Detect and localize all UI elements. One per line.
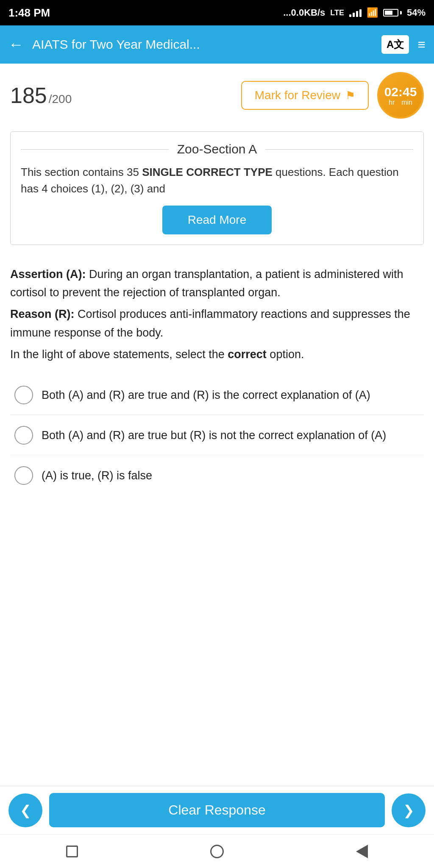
option-item-2[interactable]: Both (A) and (R) are true but (R) is not… — [10, 415, 424, 455]
back-nav-button[interactable] — [356, 845, 368, 858]
question-content: Assertion (A): During an organ transplan… — [0, 255, 434, 370]
battery-icon — [383, 9, 402, 17]
flag-icon: ⚑ — [345, 89, 355, 102]
translate-icon: A文 — [387, 38, 404, 51]
recent-apps-button[interactable] — [66, 846, 78, 857]
section-description: This section contains 35 SINGLE CORRECT … — [21, 164, 413, 197]
lte-icon: LTE — [330, 8, 344, 17]
clear-response-button[interactable]: Clear Response — [49, 793, 385, 827]
timer-minutes: 45 — [403, 85, 417, 99]
option-text-1: Both (A) and (R) are true and (R) is the… — [42, 385, 370, 404]
status-time: 1:48 PM — [8, 6, 50, 19]
next-button[interactable]: ❯ — [392, 793, 426, 827]
translate-button[interactable]: A文 — [381, 35, 409, 54]
square-icon — [66, 846, 78, 857]
question-header: 185 /200 Mark for Review ⚑ 02:45 hr min — [0, 64, 434, 127]
option-item-1[interactable]: Both (A) and (R) are true and (R) is the… — [10, 375, 424, 415]
status-bar: 1:48 PM ...0.0KB/s LTE 📶 54% — [0, 0, 434, 25]
question-number: 185 — [10, 83, 47, 108]
wifi-icon: 📶 — [367, 7, 378, 18]
instruction-end: option. — [267, 348, 304, 361]
triangle-icon — [356, 845, 368, 858]
question-number-row: 185 /200 — [10, 83, 72, 108]
instruction-paragraph: In the light of above statements, select… — [10, 345, 424, 364]
read-more-button[interactable]: Read More — [162, 206, 272, 234]
mark-review-button[interactable]: Mark for Review ⚑ — [241, 81, 369, 110]
options-container: Both (A) and (R) are true and (R) is the… — [0, 370, 434, 499]
android-nav-bar — [0, 834, 434, 868]
nav-title: AIATS for Two Year Medical... — [32, 37, 373, 52]
timer-circle: 02:45 hr min — [377, 72, 424, 119]
bottom-bar: ❮ Clear Response ❯ — [0, 786, 434, 834]
timer-display: 02:45 — [384, 85, 417, 99]
option-item-3[interactable]: (A) is true, (R) is false — [10, 455, 424, 495]
battery-percent: 54% — [407, 7, 426, 18]
prev-button[interactable]: ❮ — [8, 793, 42, 827]
top-nav: ← AIATS for Two Year Medical... A文 ≡ — [0, 25, 434, 64]
mark-review-label: Mark for Review — [255, 89, 340, 102]
assertion-paragraph: Assertion (A): During an organ transplan… — [10, 265, 424, 302]
option-text-2: Both (A) and (R) are true but (R) is not… — [42, 425, 386, 444]
menu-button[interactable]: ≡ — [417, 37, 426, 53]
signal-icon — [349, 8, 362, 17]
radio-option-1[interactable] — [14, 386, 33, 404]
network-status: ...0.0KB/s — [283, 7, 325, 18]
back-button[interactable]: ← — [8, 36, 24, 53]
radio-option-2[interactable] — [14, 426, 33, 445]
timer-labels: hr min — [389, 99, 412, 106]
reason-label: Reason (R): — [10, 308, 75, 320]
section-title: Zoo-Section A — [169, 142, 265, 156]
radio-option-3[interactable] — [14, 466, 33, 485]
reason-paragraph: Reason (R): Cortisol produces anti-infla… — [10, 305, 424, 342]
hr-label: hr — [389, 99, 395, 106]
section-line-right — [265, 149, 413, 150]
section-title-wrapper: Zoo-Section A — [21, 142, 413, 156]
timer-hours: 02 — [384, 85, 398, 99]
home-button[interactable] — [210, 845, 224, 858]
assertion-label: Assertion (A): — [10, 268, 86, 281]
instruction-text: In the light of above statements, select… — [10, 348, 228, 361]
section-box: Zoo-Section A This section contains 35 S… — [10, 131, 424, 245]
min-label: min — [401, 99, 412, 106]
question-total: /200 — [49, 92, 72, 106]
instruction-bold: correct — [228, 348, 267, 361]
status-right: ...0.0KB/s LTE 📶 54% — [283, 7, 426, 18]
circle-icon — [210, 845, 224, 858]
section-line-left — [21, 149, 169, 150]
section-container: Zoo-Section A This section contains 35 S… — [0, 127, 434, 255]
option-text-3: (A) is true, (R) is false — [42, 465, 152, 484]
